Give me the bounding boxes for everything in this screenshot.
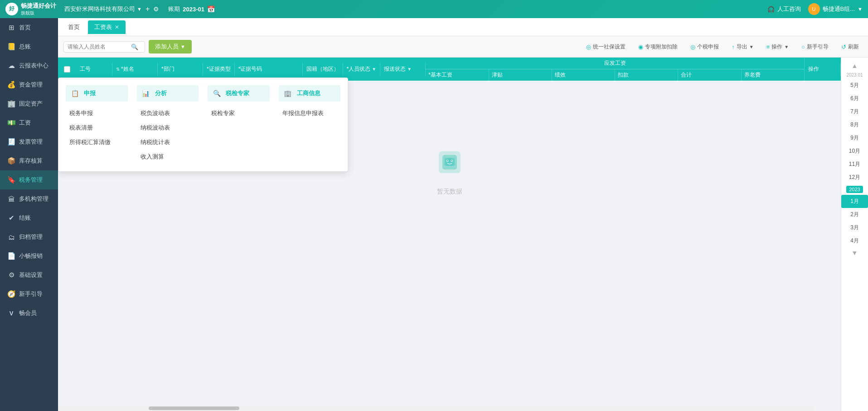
analysis-title: 分析 xyxy=(155,89,167,97)
sidebar-item-invoice[interactable]: 🧾 发票管理 xyxy=(0,132,58,151)
user-dropdown-icon[interactable]: ▼ xyxy=(858,6,863,12)
tab-home[interactable]: 首页 xyxy=(62,20,86,34)
company-dropdown-icon[interactable]: ▼ xyxy=(137,6,142,12)
search-input[interactable] xyxy=(68,44,131,50)
cal-month-3[interactable]: 3月 xyxy=(841,221,868,234)
sidebar-item-report[interactable]: 📄 小畅报销 xyxy=(0,247,58,266)
social-settings-btn[interactable]: ◎ 统一社保设置 xyxy=(582,41,629,53)
cal-month-2[interactable]: 2月 xyxy=(841,208,868,221)
tax-declare-item[interactable]: 税务申报 xyxy=(66,106,128,121)
select-all-checkbox[interactable] xyxy=(64,66,70,73)
new-guide-btn[interactable]: ○ 新手引导 xyxy=(798,41,832,53)
sidebar-label-funds: 资金管理 xyxy=(19,81,43,89)
deduct-btn[interactable]: ◉ 专项附加扣除 xyxy=(635,41,681,53)
company-selector[interactable]: 西安虾米网络科技有限公司 ▼ + ⚙ xyxy=(64,5,159,13)
filter-status-icon[interactable]: ▼ xyxy=(372,67,376,72)
h-scrollbar[interactable] xyxy=(58,406,814,411)
search-icon: 🔍 xyxy=(131,44,138,50)
funds-icon: 💰 xyxy=(7,81,15,89)
annual-report-item[interactable]: 年报信息申报表 xyxy=(279,106,341,121)
tax-table-item[interactable]: 税表清册 xyxy=(66,121,128,135)
cal-nav-down[interactable]: ▼ xyxy=(841,247,868,258)
th-region-label: 国籍（地区） xyxy=(306,65,339,73)
filter-report-icon[interactable]: ▼ xyxy=(407,67,412,72)
sidebar-item-multi[interactable]: 🏛 多机构管理 xyxy=(0,189,58,208)
add-person-label: 添加人员 xyxy=(155,43,179,51)
refresh-label: 刷新 xyxy=(848,43,859,51)
cal-month-1[interactable]: 1月 xyxy=(841,195,868,208)
sidebar-item-funds[interactable]: 💰 资金管理 xyxy=(0,75,58,94)
empty-text: 暂无数据 xyxy=(437,188,462,196)
sidebar-label-ledger: 总账 xyxy=(19,43,31,51)
inventory-icon: 📦 xyxy=(7,157,15,165)
sidebar-label-cloud: 云报表中心 xyxy=(19,62,48,70)
sidebar-item-vip[interactable]: V 畅会员 xyxy=(0,304,58,323)
h-scrollbar-thumb[interactable] xyxy=(149,406,239,410)
invoice-icon: 🧾 xyxy=(7,138,15,146)
add-company-icon[interactable]: + xyxy=(145,5,150,13)
period-area: 账期 2023-01 📅 xyxy=(168,5,215,13)
tax-check-item[interactable]: 税检专家 xyxy=(208,106,270,121)
cal-month-4[interactable]: 4月 xyxy=(841,234,868,247)
sidebar-item-ledger[interactable]: 📒 总账 xyxy=(0,37,58,56)
operate-btn[interactable]: ≡ 操作 ▼ xyxy=(763,41,793,53)
sidebar-item-inventory[interactable]: 📦 库存核算 xyxy=(0,151,58,170)
cal-year-prev: 2023.01 xyxy=(841,71,868,79)
th-total: 合计 xyxy=(678,69,741,81)
tax-report-btn[interactable]: ◎ 个税申报 xyxy=(687,41,723,53)
report-icon: 📄 xyxy=(7,252,15,260)
company-settings-icon[interactable]: ⚙ xyxy=(153,5,159,13)
empty-illustration xyxy=(432,144,468,180)
export-dropdown-icon: ▼ xyxy=(749,44,754,49)
sort-icon-name[interactable]: ⇅ xyxy=(116,67,120,72)
income-tax-item[interactable]: 所得税汇算清缴 xyxy=(66,135,128,150)
dropdown-sections: 📋 申报 税务申报 税表清册 所得税汇算清缴 📊 分析 xyxy=(58,78,348,171)
cloud-icon: ☁ xyxy=(7,62,15,70)
th-dept-label: *部门 xyxy=(161,65,175,73)
th-report-status-label: 报送状态 xyxy=(384,65,406,73)
sidebar-item-salary[interactable]: 💵 工资 xyxy=(0,113,58,132)
table-container: 工号 ⇅ *姓名 *部门 *证据类型 *证据号码 xyxy=(58,58,841,411)
sidebar-item-assets[interactable]: 🏢 固定资产 xyxy=(0,94,58,113)
tab-close-icon[interactable]: ✕ xyxy=(115,24,119,30)
th-payroll-subheader: *基本工资 津贴 绩效 扣款 合计 养老费 xyxy=(426,69,804,81)
vat-wave-item[interactable]: 纳税波动表 xyxy=(137,121,199,135)
sidebar-item-cloud[interactable]: ☁ 云报表中心 xyxy=(0,56,58,75)
refresh-btn[interactable]: ↺ 刷新 xyxy=(838,41,863,53)
cal-month-9[interactable]: 9月 xyxy=(841,131,868,145)
business-title: 工商信息 xyxy=(297,89,320,97)
analysis-header: 📊 分析 xyxy=(137,85,199,102)
vat-stats-item[interactable]: 纳税统计表 xyxy=(137,135,199,150)
cal-month-10[interactable]: 10月 xyxy=(841,145,868,158)
sidebar-item-guide[interactable]: 🧭 新手引导 xyxy=(0,285,58,304)
tax-report-icon: ◎ xyxy=(690,44,695,50)
export-btn[interactable]: ↑ 导出 ▼ xyxy=(728,41,757,53)
income-calc-item[interactable]: 收入测算 xyxy=(137,150,199,164)
add-person-button[interactable]: 添加人员 ▼ xyxy=(149,40,192,53)
user-area[interactable]: U 畅捷通B组... ▼ xyxy=(808,3,863,15)
logo-area: 好 畅捷通好会计 旗舰版 xyxy=(5,2,60,16)
cal-month-6[interactable]: 6月 xyxy=(841,92,868,105)
sidebar-item-settle[interactable]: ✔ 结账 xyxy=(0,208,58,227)
th-deduction: 扣款 xyxy=(615,69,678,81)
cal-month-5[interactable]: 5月 xyxy=(841,79,868,92)
th-operation: 操作 xyxy=(805,63,841,76)
cal-nav-up[interactable]: ▲ xyxy=(841,60,868,71)
sidebar-item-home[interactable]: ⊞ 首页 xyxy=(0,18,58,37)
sidebar-item-archive[interactable]: 🗂 归档管理 xyxy=(0,227,58,247)
th-checkbox[interactable] xyxy=(58,66,76,73)
th-id-type: *证据类型 xyxy=(203,63,235,76)
calendar-panel: ▲ 2023.01 5月 6月 7月 8月 9月 10月 11月 12月 202… xyxy=(841,58,868,411)
cal-month-12[interactable]: 12月 xyxy=(841,171,868,184)
th-payroll-group-label: 应发工资 xyxy=(426,58,804,69)
tab-salary-table[interactable]: 工资表 ✕ xyxy=(88,20,126,34)
support-btn[interactable]: 🎧 人工咨询 xyxy=(767,5,801,13)
th-allowance: 津贴 xyxy=(489,69,552,81)
tax-wave-item[interactable]: 税负波动表 xyxy=(137,106,199,121)
sidebar-item-tax[interactable]: 🔖 税务管理 xyxy=(0,170,58,189)
sidebar-item-settings[interactable]: ⚙ 基础设置 xyxy=(0,266,58,285)
cal-month-8[interactable]: 8月 xyxy=(841,118,868,131)
cal-month-7[interactable]: 7月 xyxy=(841,105,868,118)
cal-month-11[interactable]: 11月 xyxy=(841,158,868,171)
calendar-icon[interactable]: 📅 xyxy=(207,5,215,13)
